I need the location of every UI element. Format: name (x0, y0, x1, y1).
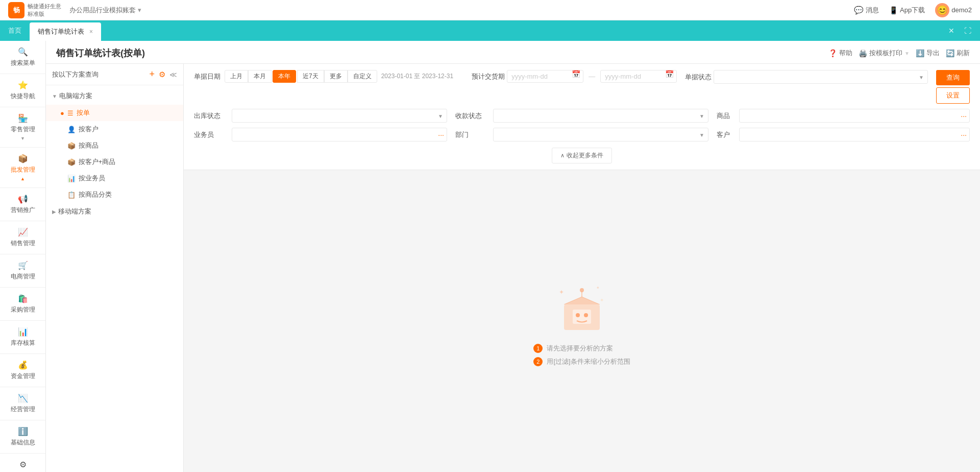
sidebar-item-ecommerce[interactable]: 🛒 电商管理 (0, 254, 45, 288)
calendar-end-icon[interactable]: 📅 (665, 70, 674, 78)
by-cg-label: 按客户+商品 (79, 157, 116, 167)
left-panel-header: 按以下方案查询 + ⚙ ≪ (46, 64, 183, 85)
scheme-item-by-customer-goods[interactable]: ● 📦 按客户+商品 (46, 154, 183, 170)
filter-row-2: 出库状态 ▼ 收款状态 (194, 109, 970, 123)
purchase-icon: 🛍️ (18, 294, 28, 303)
date-this-month-btn[interactable]: 本月 (248, 70, 272, 83)
tab-sales-order[interactable]: 销售订单统计表 × (30, 22, 101, 41)
sidebar-item-search[interactable]: 🔍 搜索菜单 (0, 41, 45, 74)
svg-text:✦: ✦ (600, 297, 604, 303)
settings-scheme-btn[interactable]: ⚙ (159, 70, 165, 79)
sidebar-item-purchase[interactable]: 🛍️ 采购管理 (0, 288, 45, 321)
sidebar-item-finance[interactable]: 💰 资金管理 (0, 354, 45, 387)
left-panel-actions: + ⚙ ≪ (149, 69, 177, 80)
breadcrumb-arrow[interactable]: ▾ (138, 6, 141, 14)
scheme-item-by-order[interactable]: ● ☰ 按单 (46, 105, 183, 121)
collapse-panel-btn[interactable]: ≪ (169, 70, 177, 79)
sidebar-item-retail[interactable]: 🏪 零售管理 ▼ (0, 107, 45, 148)
tab-home-label: 首页 (8, 26, 21, 35)
salesman-input[interactable] (232, 128, 447, 141)
date-sep: — (585, 73, 598, 80)
status-select[interactable] (714, 70, 928, 84)
print-label: 按模板打印 (869, 49, 902, 58)
customer-input[interactable] (739, 128, 970, 141)
mobile-group-header[interactable]: ▶ 移动端方案 (46, 203, 183, 220)
filter-row-1: 单据日期 上月 本月 本年 近7天 更多 自定义 2023-01-01 至 20… (194, 70, 970, 104)
wholesale-arrow: ▲ (20, 176, 25, 181)
scheme-item-by-salesman[interactable]: ● 📊 按业务员 (46, 170, 183, 186)
pay-status-select[interactable] (493, 109, 708, 123)
out-status-select[interactable] (232, 109, 447, 123)
content-area: 销售订单统计表(按单) ❓ 帮助 🖨️ 按模板打印 ▼ ⬇️ 导出 🔄 刷新 (46, 41, 980, 472)
breadcrumb-text: 办公用品行业模拟账套 (69, 6, 136, 15)
sidebar-item-basic[interactable]: ℹ️ 基础信息 (0, 420, 45, 454)
empty-tip-2: 2 用[过滤]条件来缩小分析范围 (533, 357, 630, 366)
ecommerce-icon: 🛒 (18, 261, 28, 270)
sidebar-item-sales[interactable]: 📈 销售管理 (0, 221, 45, 254)
by-goods-label: 按商品 (79, 141, 99, 150)
calendar-start-icon[interactable]: 📅 (572, 70, 580, 78)
add-scheme-btn[interactable]: + (149, 69, 155, 80)
finance-icon: 💰 (18, 360, 28, 370)
sidebar-item-operations[interactable]: 📉 经营管理 (0, 387, 45, 420)
sidebar-marketing-label: 营销推广 (11, 206, 35, 215)
scheme-item-by-customer[interactable]: ● 👤 按客户 (46, 121, 183, 137)
tab-bar-right: ✕ ⛶ (945, 25, 980, 37)
date-prev-month-btn[interactable]: 上月 (225, 70, 248, 83)
sidebar-operations-label: 经营管理 (11, 405, 35, 414)
settings-btn[interactable]: 设置 (936, 87, 970, 104)
window-close-btn[interactable]: ✕ (945, 25, 958, 37)
goods-input[interactable] (739, 109, 970, 123)
message-icon: 💬 (854, 6, 864, 15)
print-btn[interactable]: 🖨️ 按模板打印 ▼ (859, 49, 910, 58)
user-area[interactable]: 😊 demo2 (935, 3, 972, 17)
date-buttons: 上月 本月 本年 近7天 更多 自定义 (225, 70, 377, 83)
expected-date-start-wrap: 📅 (507, 70, 583, 83)
scheme-item-by-category[interactable]: ● 📋 按商品分类 (46, 186, 183, 203)
app-download-btn[interactable]: 📱 App下载 (889, 6, 925, 15)
by-salesman-label: 按业务员 (79, 174, 105, 183)
sidebar-item-system[interactable]: ⚙ 系统管理 (0, 454, 45, 472)
sidebar-search-label: 搜索菜单 (11, 59, 35, 67)
message-btn[interactable]: 💬 消息 (854, 6, 879, 15)
date-this-year-btn[interactable]: 本年 (273, 70, 296, 83)
pc-group-header[interactable]: ▼ 电脑端方案 (46, 87, 183, 105)
scheme-item-by-goods[interactable]: ● 📦 按商品 (46, 137, 183, 154)
status-label: 单据状态 (685, 73, 712, 82)
sidebar-item-wholesale[interactable]: 📦 批发管理 ▲ (0, 148, 45, 188)
sidebar-item-marketing[interactable]: 📢 营销推广 (0, 188, 45, 221)
sidebar-item-inventory[interactable]: 📊 库存核算 (0, 321, 45, 354)
date-more-btn[interactable]: 更多 (324, 70, 348, 83)
date-7days-btn[interactable]: 近7天 (297, 70, 324, 83)
date-custom-btn[interactable]: 自定义 (348, 70, 377, 83)
inventory-icon: 📊 (18, 327, 28, 337)
export-btn[interactable]: ⬇️ 导出 (916, 49, 940, 58)
tab-close-icon[interactable]: × (89, 28, 93, 35)
breadcrumb: 办公用品行业模拟账套 ▾ (69, 6, 141, 15)
sidebar-item-quicknav[interactable]: ⭐ 快捷导航 (0, 74, 45, 107)
tab-home[interactable]: 首页 (0, 20, 30, 41)
tab-bar: 首页 销售订单统计表 × ✕ ⛶ (0, 20, 980, 41)
retail-icon: 🏪 (18, 113, 28, 123)
main-layout: 🔍 搜索菜单 ⭐ 快捷导航 🏪 零售管理 ▼ 📦 批发管理 ▲ 📢 营销推广 📈… (0, 41, 980, 472)
query-btn[interactable]: 查询 (936, 70, 970, 85)
customer-label: 客户 (717, 130, 737, 139)
tip2-text: 用[过滤]条件来缩小分析范围 (547, 357, 630, 366)
date-field-group: 单据日期 上月 本月 本年 近7天 更多 自定义 2023-01-01 至 20… (194, 70, 453, 83)
top-bar-left: 畅 畅捷通好生意 标准版 办公用品行业模拟账套 ▾ (8, 2, 141, 18)
goods-dots-btn[interactable]: ··· (961, 112, 967, 120)
by-category-label: 按商品分类 (79, 190, 112, 199)
refresh-btn[interactable]: 🔄 刷新 (946, 49, 970, 58)
customer-dots-btn[interactable]: ··· (961, 131, 967, 139)
out-status-label: 出库状态 (194, 111, 230, 121)
salesman-dots-btn[interactable]: ··· (438, 131, 444, 139)
help-btn[interactable]: ❓ 帮助 (828, 49, 852, 58)
expected-date-end-wrap: 📅 (600, 70, 677, 83)
collapse-more-btn[interactable]: ∧ 收起更多条件 (552, 148, 612, 163)
dept-select[interactable] (493, 128, 708, 141)
collapse-row: ∧ 收起更多条件 (194, 146, 970, 166)
window-max-btn[interactable]: ⛶ (962, 25, 974, 37)
logo-area: 畅 畅捷通好生意 标准版 (8, 2, 61, 18)
query-actions: 查询 设置 (936, 70, 970, 104)
by-order-icon: ☰ (67, 109, 74, 117)
